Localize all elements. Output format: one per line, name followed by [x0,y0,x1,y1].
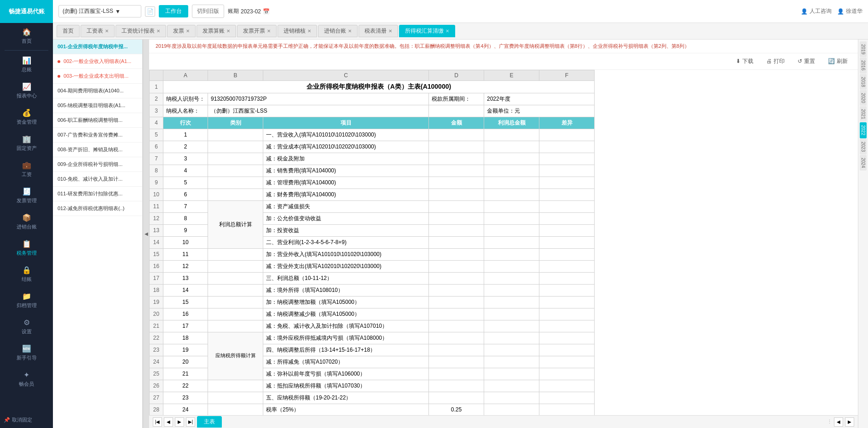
nav-first-btn[interactable]: |◀ [153,417,162,427]
sidebar-item-home[interactable]: 🏠 首页 [0,23,53,49]
toggle-panel-btn[interactable]: ◀ [143,40,149,428]
cancel-fixed-btn[interactable]: 📌 取消固定 [0,412,53,428]
year-item-2022[interactable]: 2022 [860,122,867,138]
tab-close-icon[interactable]: ✕ [388,29,392,34]
tab-close-icon[interactable]: ✕ [226,29,230,34]
sidebar-item-member[interactable]: ✦ 畅会员 [0,366,53,392]
sidebar-bottom: 📌 取消固定 [0,412,53,428]
col-header-rownum [150,70,163,80]
tab-tax-clear[interactable]: 税表清册 ✕ [359,25,398,37]
reset-btn[interactable]: ↺ 重置 [794,56,819,67]
tab-label: 进销台账 [324,27,346,35]
left-panel-item-008[interactable]: 008-资产折旧、摊销及纳税... [53,143,142,157]
tab-purchase-ledger[interactable]: 进销稽核 ✕ [278,25,317,37]
work-btn[interactable]: 工作台 [159,5,188,17]
left-panel-item-012[interactable]: 012-减免所得税优惠明细表(..) [53,201,142,216]
doc-icon[interactable]: 📄 [145,6,155,17]
app-logo: 畅捷通易代账 [0,0,53,23]
left-panel-item-004[interactable]: 004-期间费用明细表(A1040... [53,84,142,98]
tab-income-tax[interactable]: 所得税汇算清缴 ✕ [399,25,455,37]
tab-payroll-stat[interactable]: 工资统计报表 ✕ [116,25,166,37]
sidebar-item-ledger[interactable]: 📊 总账 [0,51,53,78]
tab-close-icon[interactable]: ✕ [105,29,109,34]
sidebar-item-payroll[interactable]: 💼 工资 [0,156,53,183]
col-header-d: D [429,70,484,80]
refresh-btn[interactable]: 🔄 刷新 [824,56,851,67]
tab-home[interactable]: 首页 [57,25,80,37]
user-info[interactable]: 👤 徐道华 [837,7,862,15]
tab-close-icon[interactable]: ✕ [348,29,352,34]
scroll-info: ⋮ [827,419,832,425]
table-row: 16 12 减：营业外支出(填写A102010\102020\103000) [150,260,595,272]
sidebar-item-guide[interactable]: 🆕 新手引导 [0,340,53,366]
tab-purchase-account[interactable]: 进销台账 ✕ [318,25,358,37]
sidebar-item-assets[interactable]: 🏢 固定资产 [0,130,53,156]
sidebar-item-archive[interactable]: 📁 归档管理 [0,287,53,314]
service-btn[interactable]: 👤 人工咨询 [801,7,832,15]
guide-icon: 🆕 [22,344,31,353]
bottom-tab-main[interactable]: 主表 [197,416,222,428]
company-selector[interactable]: (勿删) 江西服宝-LSS ▼ [58,5,141,17]
year-item-2020[interactable]: 2020 [860,90,867,106]
member-icon: ✦ [23,371,29,379]
sidebar-item-label: 发票管理 [17,197,37,204]
sidebar-item-settings[interactable]: ⚙ 设置 [0,314,53,340]
left-panel-item-010[interactable]: 010-免税、减计收入及加计... [53,172,142,187]
tab-invoice-calc[interactable]: 发票算账 ✕ [197,25,236,37]
year-item-2018[interactable]: 2018 [860,74,867,90]
year-panel: 2019 2016 2018 2020 2021 2022 2023 2024 [858,40,868,428]
payroll-icon: 💼 [22,161,31,170]
tabs-bar: 首页 工资表 ✕ 工资统计报表 ✕ 发票 ✕ 发票算账 ✕ 发票开票 ✕ [53,23,868,40]
sidebar-item-closing[interactable]: 🔒 结账 [0,261,53,287]
col-header-f: F [539,70,595,80]
year-item-2019[interactable]: 2019 [860,41,867,57]
nav-last-btn[interactable]: ▶| [186,417,195,427]
nav-prev-btn[interactable]: ◀ [164,417,173,427]
sidebar-item-label: 报表中心 [17,92,37,99]
left-panel-item-001[interactable]: 001-企业所得税年度纳税申报... [53,40,142,54]
tab-payroll[interactable]: 工资表 ✕ [81,25,115,37]
left-panel-item-002[interactable]: 002-一般企业收入明细表(A1... [53,54,142,69]
scroll-right-btn[interactable]: ▶ [845,417,854,427]
left-panel-item-007[interactable]: 007-广告费和业务宣传费摊... [53,128,142,143]
sidebar-item-label: 进销台账 [17,223,37,230]
refresh-label: 刷新 [837,57,848,65]
col-header-c: C [263,70,429,80]
year-item-2016[interactable]: 2016 [860,57,867,73]
left-panel-item-005[interactable]: 005-纳税调整项目明细表(A1... [53,98,142,113]
nav-arrows: |◀ ◀ ▶ ▶| [153,417,195,427]
purchase-icon: 📦 [22,213,31,222]
tab-close-icon[interactable]: ✕ [186,29,190,34]
period-value: 2023-02 [241,8,261,15]
year-item-2023[interactable]: 2023 [860,139,867,154]
sidebar-item-tax[interactable]: 📋 税务管理 [0,235,53,261]
left-panel-item-009[interactable]: 009-企业所得税补亏损明细... [53,157,142,172]
taxpayer-name-label: 纳税人名称： [163,105,208,117]
tab-close-icon[interactable]: ✕ [446,29,449,34]
tab-close-icon[interactable]: ✕ [267,29,271,34]
download-btn[interactable]: ⬇ 下载 [732,56,757,67]
left-panel-item-011[interactable]: 011-研发费用加计扣除优惠... [53,187,142,201]
left-panel-item-006[interactable]: 006-职工薪酬纳税调整明细... [53,113,142,128]
tab-invoice[interactable]: 发票 ✕ [167,25,196,37]
switch-btn[interactable]: 切到旧版 [192,5,224,18]
tab-close-icon[interactable]: ✕ [156,29,160,34]
tab-close-icon[interactable]: ✕ [307,29,311,34]
year-item-2021[interactable]: 2021 [860,106,867,122]
sidebar-item-report[interactable]: 📈 报表中心 [0,78,53,104]
cancel-fixed-label: 取消固定 [12,417,32,423]
col-label-d: 金额 [429,117,484,129]
print-btn[interactable]: 🖨 打印 [763,56,788,67]
tab-invoice-open[interactable]: 发票开票 ✕ [237,25,277,37]
nav-next-btn[interactable]: ▶ [175,417,184,427]
year-item-2024[interactable]: 2024 [860,155,867,171]
left-panel-item-003[interactable]: 003-一般企业成本支出明细... [53,69,142,84]
company-name: (勿删) 江西服宝-LSS [63,7,113,15]
sidebar-item-invoice[interactable]: 🧾 发票管理 [0,183,53,209]
sidebar-item-fund[interactable]: 💰 资金管理 [0,104,53,130]
period-label: 账期 [228,7,239,15]
sidebar-item-purchase[interactable]: 📦 进销台账 [0,209,53,235]
scroll-left-btn[interactable]: ◀ [834,417,843,427]
taxpayer-name-value: （勿删）江西服宝-LSS [208,105,429,117]
spreadsheet-wrapper[interactable]: A B C D E F 1 企业所 [149,70,858,416]
